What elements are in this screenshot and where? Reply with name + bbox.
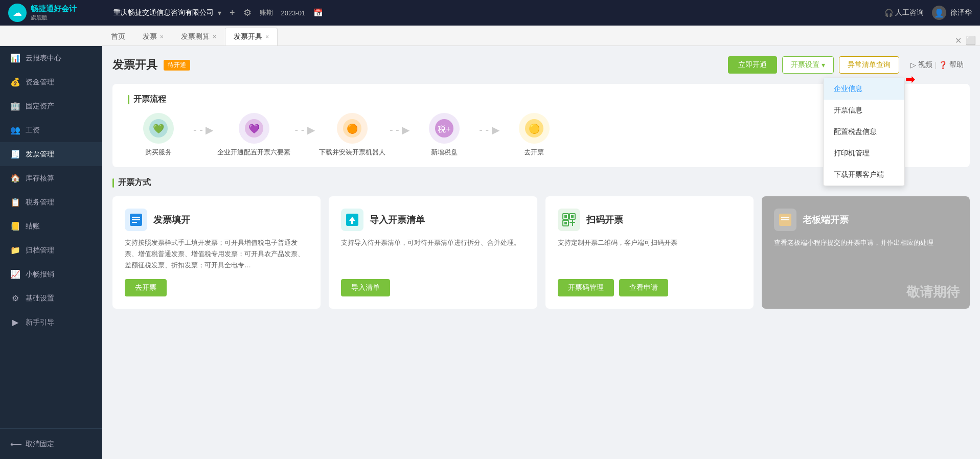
page-header: 发票开具 待开通 立即开通 开票设置 ▾ ➡ 企业信息 开 (112, 56, 970, 74)
svg-text:💚: 💚 (153, 123, 165, 134)
maximize-button[interactable]: ⬜ (966, 36, 976, 45)
method-card-scan: 扫码开票 支持定制开票二维码，客户端可扫码开票 开票码管理 查看申请 (545, 196, 754, 309)
scan-invoice-btn-area: 开票码管理 查看申请 (558, 279, 668, 296)
dropdown-arrow-icon: ▾ (822, 61, 825, 69)
period-value: 2023-01 (281, 9, 306, 17)
sidebar-item-salary[interactable]: 👥 工资 (0, 118, 102, 142)
calendar-icon[interactable]: 📅 (313, 8, 323, 17)
logo-text: 畅捷通好会计 (31, 4, 77, 14)
import-invoice-button[interactable]: 导入清单 (341, 279, 390, 296)
step-5-icon: 🟡 (519, 113, 550, 144)
dropdown-item-company[interactable]: 企业信息 (824, 78, 904, 100)
sidebar-item-tax[interactable]: 📋 税务管理 (0, 190, 102, 214)
close-tab-button[interactable]: ✕ (955, 36, 962, 45)
user-name: 徐泽华 (950, 8, 972, 17)
main-layout: 📊 云报表中心 💰 资金管理 🏢 固定资产 👥 工资 🧾 发票管理 🏠 库存核算… (0, 46, 980, 459)
flow-step-5: 🟡 去开票 (504, 113, 565, 157)
scan-invoice-manage-button[interactable]: 开票码管理 (558, 279, 614, 296)
flow-step-2: 💜 企业开通配置开票六要素 (217, 113, 290, 157)
question-icon: ❓ (939, 61, 947, 69)
flow-step-1: 💚 购买服务 (128, 113, 189, 157)
import-invoice-title: 导入开票清单 (370, 214, 425, 226)
sidebar-item-guide-label: 新手引导 (26, 318, 54, 327)
tab-invoice-issue-label: 发票开具 (234, 32, 262, 41)
sidebar-item-archive[interactable]: 📁 归档管理 (0, 238, 102, 262)
svg-text:🟠: 🟠 (347, 123, 358, 134)
step-3-label: 下载并安装开票机器人 (319, 148, 385, 157)
step-4-label: 新增税盘 (431, 148, 458, 157)
dropdown-item-download[interactable]: 下载开票客户端 (824, 164, 904, 186)
fill-invoice-go-button[interactable]: 去开票 (125, 279, 167, 296)
sidebar-item-invoice[interactable]: 🧾 发票管理 (0, 142, 102, 166)
dropdown-item-billing-info[interactable]: 开票信息 (824, 100, 904, 121)
method-card-import: 导入开票清单 支持导入待开票清单，可对待开票清单进行拆分、合并处理。 导入清单 (329, 196, 537, 309)
sidebar-item-finance[interactable]: 💰 资金管理 (0, 70, 102, 94)
method-card-boss-header: 老板端开票 (774, 209, 958, 231)
divider: | (935, 61, 937, 69)
sidebar-item-assets-label: 固定资产 (26, 102, 54, 111)
top-bar: ☁ 畅捷通好会计 旗舰版 重庆畅捷交通信息咨询有限公司 ▾ + ⚙ 账期 202… (0, 0, 980, 26)
flow-step-4: 税+ 新增税盘 (414, 113, 475, 157)
svg-rect-19 (564, 215, 567, 218)
sidebar-item-unpin-label: 取消固定 (26, 440, 54, 449)
tab-bar: 首页 发票 × 发票测算 × 发票开具 × ✕ ⬜ (0, 26, 980, 46)
sidebar-item-invoice-label: 发票管理 (26, 150, 54, 159)
tab-invoice-close[interactable]: × (160, 33, 164, 40)
sidebar-item-unpin[interactable]: ⟵ 取消固定 (0, 434, 102, 454)
step-5-label: 去开票 (524, 148, 544, 157)
flow-arrow-3: - - ▶ (385, 124, 414, 136)
tab-invoice-calc-close[interactable]: × (213, 33, 216, 40)
activate-button[interactable]: 立即开通 (728, 56, 777, 74)
flow-arrow-2: - - ▶ (290, 124, 318, 136)
step-3-icon: 🟠 (337, 113, 368, 144)
add-icon[interactable]: + (230, 8, 235, 18)
sidebar-item-closing[interactable]: 📒 结账 (0, 214, 102, 238)
settings-icon[interactable]: ⚙ (243, 7, 252, 18)
support-label: 人工咨询 (895, 8, 924, 17)
exception-button[interactable]: 异常清单查询 (839, 56, 899, 74)
page-title: 发票开具 (112, 57, 157, 73)
boss-invoice-title: 老板端开票 (803, 214, 849, 226)
settings-dropdown-container: 开票设置 ▾ ➡ 企业信息 开票信息 配置税盘信息 打印机管理 下载开票客户端 (782, 56, 834, 74)
tab-invoice[interactable]: 发票 × (134, 28, 172, 45)
sidebar-bottom: ⟵ 取消固定 (0, 428, 102, 459)
user-info[interactable]: 👤 徐泽华 (932, 6, 972, 20)
settings-button[interactable]: 开票设置 ▾ (782, 56, 834, 74)
sidebar-item-salary-label: 工资 (26, 126, 40, 135)
status-badge: 待开通 (164, 60, 190, 71)
sidebar-item-inventory[interactable]: 🏠 库存核算 (0, 166, 102, 190)
headset-icon: 🎧 (884, 9, 893, 17)
sidebar-item-assets[interactable]: 🏢 固定资产 (0, 94, 102, 118)
scan-invoice-desc: 支持定制开票二维码，客户端可扫码开票 (558, 237, 741, 271)
sidebar-item-expense[interactable]: 📈 小畅报销 (0, 262, 102, 286)
tab-invoice-calc-label: 发票测算 (181, 32, 210, 41)
sidebar-item-reports[interactable]: 📊 云报表中心 (0, 46, 102, 70)
dropdown-item-printer[interactable]: 打印机管理 (824, 143, 904, 164)
tab-invoice-label: 发票 (143, 32, 157, 41)
support-button[interactable]: 🎧 人工咨询 (884, 8, 924, 17)
tab-invoice-issue[interactable]: 发票开具 × (225, 28, 278, 45)
header-actions: 立即开通 开票设置 ▾ ➡ 企业信息 开票信息 配置税盘信息 打印机管 (728, 56, 970, 74)
tab-home-label: 首页 (111, 32, 125, 41)
settings-dropdown-menu: ➡ 企业信息 开票信息 配置税盘信息 打印机管理 下载开票客户端 (823, 78, 905, 186)
tab-home[interactable]: 首页 (102, 28, 134, 45)
red-arrow-indicator: ➡ (905, 73, 915, 86)
import-invoice-desc: 支持导入待开票清单，可对待开票清单进行拆分、合并处理。 (341, 237, 525, 271)
page-title-area: 发票开具 待开通 (112, 57, 190, 73)
coming-soon-overlay: 敬请期待 (906, 283, 960, 301)
tab-invoice-issue-close[interactable]: × (265, 33, 269, 40)
sidebar-item-expense-label: 小畅报销 (26, 270, 54, 279)
chevron-down-icon: ▾ (218, 9, 221, 17)
scan-invoice-apply-button[interactable]: 查看申请 (619, 279, 668, 296)
salary-icon: 👥 (10, 125, 20, 135)
sidebar-item-settings[interactable]: ⚙ 基础设置 (0, 286, 102, 310)
tab-invoice-calc[interactable]: 发票测算 × (172, 28, 225, 45)
billing-methods-grid: 发票填开 支持按照发票样式手工填开发票；可开具增值税电子普通发票、增值税普通发票… (112, 196, 970, 309)
svg-text:💜: 💜 (248, 123, 260, 134)
invoice-icon: 🧾 (10, 149, 20, 159)
sidebar-item-guide[interactable]: ▶ 新手引导 (0, 310, 102, 334)
video-button[interactable]: ▷ 视频 | ❓ 帮助 (904, 57, 970, 73)
dropdown-item-tax-config[interactable]: 配置税盘信息 (824, 121, 904, 143)
settings-sidebar-icon: ⚙ (10, 293, 20, 303)
company-selector[interactable]: 重庆畅捷交通信息咨询有限公司 ▾ (113, 8, 221, 17)
